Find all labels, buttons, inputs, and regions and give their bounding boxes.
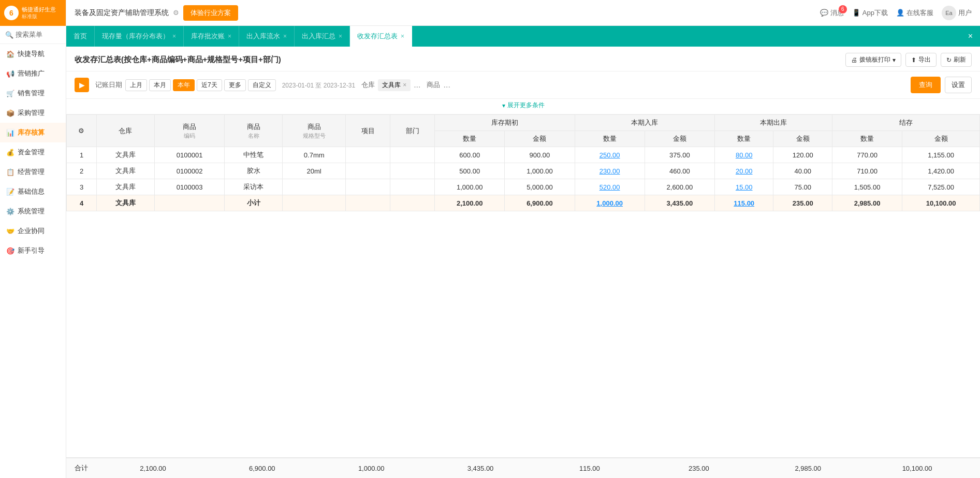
row-open-qty: 1,000.00 — [435, 179, 505, 195]
query-button[interactable]: 查询 — [911, 77, 941, 93]
row-in-qty[interactable]: 1,000.00 — [575, 195, 645, 211]
row-project — [346, 195, 390, 211]
header-left: 装备及固定资产辅助管理系统 ⚙ 体验行业方案 — [75, 5, 238, 21]
tab-inout-summary-close[interactable]: × — [339, 33, 342, 40]
message-item[interactable]: 💬 消息 6 — [820, 8, 844, 18]
row-code: 0100003 — [154, 179, 224, 195]
row-in-amt: 375.00 — [645, 147, 714, 163]
search-menu-label: 搜索菜单 — [16, 30, 42, 39]
tab-stock-dist-close[interactable]: × — [172, 33, 176, 40]
tab-batch-account-close[interactable]: × — [228, 33, 231, 40]
footer-bal-qty: 2,985.00 — [753, 465, 862, 472]
sidebar-item-marketing[interactable]: 📢 营销推广 — [0, 64, 66, 83]
row-out-qty[interactable]: 20.00 — [714, 163, 773, 179]
row-in-amt: 3,435.00 — [645, 195, 714, 211]
warehouse-more-dots[interactable]: ... — [414, 80, 420, 90]
tab-inout-flow-label: 出入库流水 — [246, 32, 280, 41]
tab-stock-dist-label: 现存量（库存分布表） — [102, 32, 169, 41]
sidebar-item-sales[interactable]: 🛒 销售管理 — [0, 83, 66, 103]
date-btn-this-month[interactable]: 本月 — [149, 79, 171, 91]
filter-settings-button[interactable]: 设置 — [945, 77, 972, 93]
row-out-amt: 75.00 — [773, 179, 832, 195]
page-inner: 收发存汇总表(按仓库+商品编码+商品+规格型号+项目+部门) 🖨 拨镜板打印 ▾… — [66, 47, 980, 478]
date-btn-7days[interactable]: 近7天 — [197, 79, 222, 91]
print-button[interactable]: 🖨 拨镜板打印 ▾ — [845, 53, 901, 67]
experience-button[interactable]: 体验行业方案 — [183, 5, 238, 21]
sidebar-item-collab[interactable]: 🤝 企业协同 — [0, 221, 66, 241]
tab-home[interactable]: 首页 — [66, 26, 95, 47]
refresh-button[interactable]: ↻ 刷新 — [941, 53, 972, 67]
row-in-amt: 2,600.00 — [645, 179, 714, 195]
expand-more-button[interactable]: ▾ 展开更多条件 — [502, 101, 545, 110]
sidebar-item-inventory[interactable]: 📊 库存核算 — [0, 123, 66, 142]
print-label: 拨镜板打印 — [859, 55, 890, 64]
filter-expand-button[interactable]: ▶ — [75, 78, 89, 92]
tab-inout-flow-close[interactable]: × — [283, 33, 287, 40]
sidebar-item-basic[interactable]: 📝 基础信息 — [0, 182, 66, 201]
row-spec: 20ml — [283, 163, 346, 179]
print-dropdown-icon: ▾ — [893, 56, 896, 64]
sidebar-item-quick-nav[interactable]: 🏠 快捷导航 — [0, 44, 66, 64]
logo-icon: 6 — [4, 6, 19, 20]
sidebar-item-finance[interactable]: 💰 资金管理 — [0, 142, 66, 162]
app-download-label: App下载 — [862, 8, 888, 18]
tab-batch-account[interactable]: 库存批次账 × — [184, 26, 239, 47]
row-out-qty[interactable]: 15.00 — [714, 179, 773, 195]
tab-home-label: 首页 — [74, 32, 87, 41]
page-content: 收发存汇总表(按仓库+商品编码+商品+规格型号+项目+部门) 🖨 拨镜板打印 ▾… — [66, 47, 980, 478]
tab-recv-send-close[interactable]: × — [401, 33, 404, 40]
row-in-qty[interactable]: 520.00 — [575, 179, 645, 195]
sidebar-item-system[interactable]: ⚙️ 系统管理 — [0, 201, 66, 221]
table-row: 3 文具库 0100003 采访本 1,000.00 5,000.00 520.… — [67, 179, 980, 195]
row-code: 0100002 — [154, 163, 224, 179]
header-right: 💬 消息 6 📱 App下载 👤 在线客服 Ea 用户 — [820, 6, 972, 20]
tab-inout-flow[interactable]: 出入库流水 × — [239, 26, 295, 47]
row-open-qty: 500.00 — [435, 163, 505, 179]
tab-recv-send-summary[interactable]: 收发存汇总表 × — [350, 26, 412, 47]
app-download-item[interactable]: 📱 App下载 — [852, 8, 888, 18]
marketing-icon: 📢 — [6, 69, 14, 78]
col-warehouse-header: 仓库 — [96, 115, 154, 147]
goods-more-dots[interactable]: ... — [443, 80, 450, 90]
sidebar-item-label: 基础信息 — [18, 187, 45, 196]
row-out-qty[interactable]: 80.00 — [714, 147, 773, 163]
user-item[interactable]: Ea 用户 — [942, 6, 972, 20]
basic-icon: 📝 — [6, 187, 14, 196]
service-icon: 👤 — [896, 9, 904, 17]
date-btn-last-month[interactable]: 上月 — [125, 79, 147, 91]
tabs-close-all[interactable]: × — [961, 32, 980, 41]
export-icon: ⬆ — [911, 56, 916, 64]
inventory-icon: 📊 — [6, 128, 14, 137]
sidebar-item-guide[interactable]: 🎯 新手引导 — [0, 241, 66, 260]
system-title: 装备及固定资产辅助管理系统 — [75, 8, 169, 18]
warehouse-tag-remove[interactable]: × — [403, 81, 406, 89]
footer-bal-amt: 10,100.00 — [862, 465, 972, 472]
sidebar-item-purchase[interactable]: 📦 采购管理 — [0, 103, 66, 123]
col-bal-header: 结存 — [832, 115, 979, 131]
table-subtotal-row: 4 文具库 小计 2,100.00 6,900.00 1,000.00 3,43… — [67, 195, 980, 211]
tab-stock-dist[interactable]: 现存量（库存分布表） × — [95, 26, 184, 47]
expand-more-bar: ▾ 展开更多条件 — [66, 99, 980, 114]
tab-inout-summary[interactable]: 出入库汇总 × — [295, 26, 350, 47]
date-btn-this-year[interactable]: 本年 — [173, 79, 195, 91]
date-btn-more[interactable]: 更多 — [224, 79, 246, 91]
row-out-qty[interactable]: 115.00 — [714, 195, 773, 211]
sidebar-item-label: 新手引导 — [18, 246, 45, 255]
col-settings-header[interactable]: ⚙ — [67, 115, 97, 147]
row-in-qty[interactable]: 230.00 — [575, 163, 645, 179]
sales-icon: 🛒 — [6, 89, 14, 97]
date-btn-custom[interactable]: 自定义 — [248, 79, 276, 91]
col-open-amt-header: 金额 — [505, 131, 575, 147]
online-service-item[interactable]: 👤 在线客服 — [896, 8, 933, 18]
search-menu[interactable]: 🔍 搜索菜单 — [0, 26, 66, 44]
row-dept — [390, 179, 435, 195]
sidebar-nav: 📢 营销推广 🛒 销售管理 📦 采购管理 📊 库存核算 💰 资金管理 📋 经营管… — [0, 64, 66, 478]
settings-gear-icon[interactable]: ⚙ — [173, 9, 179, 17]
row-in-qty[interactable]: 250.00 — [575, 147, 645, 163]
sidebar-item-operations[interactable]: 📋 经营管理 — [0, 162, 66, 182]
col-bal-qty-header: 数量 — [832, 131, 902, 147]
row-out-amt: 40.00 — [773, 163, 832, 179]
date-range-display: 2023-01-01 至 2023-12-31 — [282, 81, 355, 90]
export-button[interactable]: ⬆ 导出 — [905, 53, 937, 67]
row-open-amt: 6,900.00 — [505, 195, 575, 211]
